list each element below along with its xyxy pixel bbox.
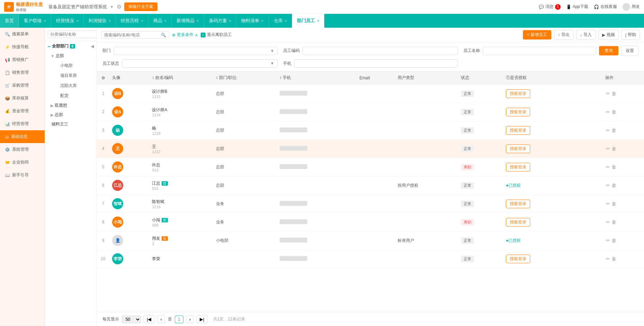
view-button[interactable]: ▶ 视频 [598,30,619,40]
edit-icon[interactable]: ✏ [606,164,610,170]
dept-item-xiaodian[interactable]: 小电部 [53,61,97,71]
row-auth[interactable]: 授权登录 [503,195,575,213]
col-settings[interactable]: ⚙ [97,71,109,85]
dept-group-fuliaoWang[interactable]: 辅料王三 [48,120,97,129]
search-input[interactable] [104,33,160,37]
sidebar-item-collab[interactable]: 🤝 企业协同 [0,156,45,169]
edit-icon[interactable]: ✏ [606,183,610,188]
dept-group-shuanglu[interactable]: ▶ 双鹿想 [48,101,97,110]
delete-icon[interactable]: 🗑 [611,146,616,151]
col-dept[interactable]: ↕ 部门/职位 [213,71,277,85]
nav-home[interactable]: 首页 [0,14,19,28]
emp-name-input[interactable] [483,47,596,55]
export-button[interactable]: ↑ 导出 [554,30,573,40]
import-button[interactable]: ↓ 导入 [576,30,596,40]
delete-icon[interactable]: 🗑 [611,238,616,243]
auth-login-button[interactable]: 授权登录 [506,89,530,98]
user-item[interactable]: 用友 [623,3,640,11]
col-phone[interactable]: ↕ 手机 [277,71,357,85]
auth-login-button[interactable]: 授权登录 [506,144,530,153]
delete-icon[interactable]: 🗑 [611,164,616,170]
dept-item-peihuo[interactable]: 配货 [53,91,97,101]
row-auth[interactable]: 授权登录 [503,250,575,268]
row-auth[interactable]: 授权登录 [503,158,575,176]
dropdown-arrow[interactable]: ▼ [110,5,114,9]
page-size-select[interactable]: 50 100 [122,316,141,323]
edit-icon[interactable]: ✏ [606,91,610,96]
more-conditions-btn[interactable]: ⊕ 更多条件 ∧ [172,32,198,38]
nav-close-customer[interactable]: × [44,19,46,23]
emp-code-input[interactable] [302,47,458,55]
row-auth[interactable]: 授权登录 [503,213,575,231]
sidebar-item-management[interactable]: 📊 经营管理 [0,117,45,130]
delete-icon[interactable]: 🗑 [611,219,616,225]
auth-login-button[interactable]: 授权登录 [506,255,530,263]
row-auth[interactable]: 授权登录 [503,121,575,140]
edit-icon[interactable]: ✏ [606,238,610,243]
sidebar-item-inventory[interactable]: 📦 库存核算 [0,92,45,105]
sidebar-item-sales[interactable]: 📋 销售管理 [0,66,45,79]
nav-warehouse[interactable]: 仓库 × [269,14,292,28]
delete-icon[interactable]: 🗑 [611,109,616,115]
sidebar-item-quicknav[interactable]: ⚡ 快捷导航 [0,41,45,53]
edit-icon[interactable]: ✏ [606,219,610,225]
edit-icon[interactable]: ✏ [606,146,610,151]
auth-login-button[interactable]: 授权登录 [506,108,530,116]
sidebar-item-basic[interactable]: 🗂 基础信息 [0,130,45,143]
edit-icon[interactable]: ✏ [606,256,610,262]
search-btn[interactable]: 查询 [599,46,618,55]
dept-filter-select[interactable]: ▼ [114,47,278,55]
delete-icon[interactable]: 🗑 [611,91,616,96]
sidebar-item-system[interactable]: ⚙️ 系统管理 [0,143,45,156]
nav-close-new-goods[interactable]: × [197,19,199,23]
nav-operations[interactable]: 经营情况 × [51,14,83,28]
col-name[interactable]: ↕ 姓名/编码 [149,71,213,85]
last-page-btn[interactable]: ▶| [197,315,207,323]
edit-icon[interactable]: ✏ [606,201,610,206]
nav-close-barcode[interactable]: × [229,19,231,23]
nav-close-goods[interactable]: × [164,19,166,23]
nav-profit[interactable]: 利润报告 × [84,14,116,28]
auth-login-button[interactable]: 授权登录 [506,163,530,171]
gear-icon[interactable]: ⚙ [117,3,121,10]
auth-login-button[interactable]: 授权登录 [506,218,530,227]
collapse-btn[interactable]: ◀ [91,44,94,49]
delete-icon[interactable]: 🗑 [611,256,616,262]
dept-item-xiangmu[interactable]: 项目库房 [53,71,97,81]
phone-input[interactable] [294,59,458,68]
nav-new-goods[interactable]: 新增商品 × [172,14,204,28]
nav-customer[interactable]: 客户联络 × [19,14,51,28]
sidebar-item-search[interactable]: 🔍 搜索菜单 [0,28,45,41]
online-service-item[interactable]: 🎧 在线客服 [594,4,617,10]
nav-close-employees[interactable]: × [317,19,319,23]
row-auth[interactable]: 授权登录 [503,103,575,121]
nav-close-warehouse[interactable]: × [285,19,287,23]
auth-login-button[interactable]: 授权登录 [506,200,530,208]
reset-btn[interactable]: 设置 [621,46,638,56]
nav-barcode[interactable]: 条码方案 × [204,14,236,28]
auth-login-button[interactable]: 授权登录 [506,126,530,135]
nav-close-history[interactable]: × [141,19,143,23]
row-auth[interactable]: 授权登录 [503,140,575,158]
app-download-item[interactable]: 📱 App下载 [566,4,588,10]
nav-goods[interactable]: 商品 × [148,14,172,28]
message-item[interactable]: 💬 消息 5 [539,4,561,10]
row-auth[interactable]: ●已授权 [503,176,575,195]
row-auth[interactable]: ●已授权 [503,231,575,250]
dept-search-input[interactable] [48,30,97,38]
nav-bom[interactable]: 物料清单 × [236,14,269,28]
show-inactive-toggle[interactable]: ✓ 显示离职员工 [201,32,232,38]
nav-close-profit[interactable]: × [109,19,111,23]
edit-icon[interactable]: ✏ [606,109,610,115]
all-dept-header[interactable]: ▪▪ 全部部门 6 ◀ [45,41,97,51]
emp-status-select[interactable]: ▼ [122,59,278,68]
dept-group-zongbu[interactable]: ▼ 总部 [48,51,97,61]
sidebar-item-purchase[interactable]: 🛒 采购管理 [0,79,45,92]
first-page-btn[interactable]: |◀ [144,315,154,323]
prev-page-btn[interactable]: ‹ [157,315,165,323]
sidebar-item-marketing[interactable]: 📢 营销推广 [0,53,45,66]
next-page-btn[interactable]: › [186,315,194,323]
row-auth[interactable]: 授权登录 [503,85,575,103]
nav-close-bom[interactable]: × [261,19,263,23]
trial-button[interactable]: 体验行业方案 [124,2,157,11]
